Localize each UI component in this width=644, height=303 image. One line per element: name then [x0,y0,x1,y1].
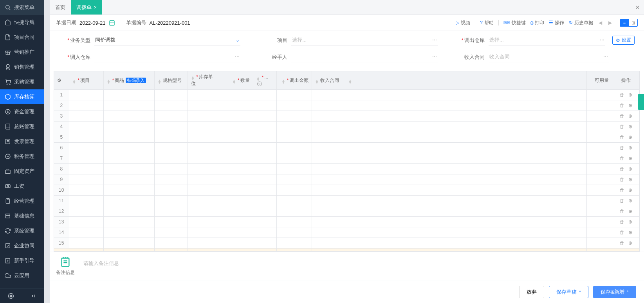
col-spec[interactable]: ▲▼规格型号 [154,71,188,90]
add-icon[interactable]: ⊕ [628,103,632,108]
delete-icon[interactable]: 🗑 [620,92,624,98]
biz-type-select[interactable]: 同价调拨 ⌄ [94,35,240,45]
handler-select[interactable]: ⋯ [291,52,437,62]
table-row[interactable]: 7🗑⊕ [54,153,640,164]
add-icon[interactable]: ⊕ [628,198,632,203]
add-icon[interactable]: ⊕ [628,177,632,182]
add-icon[interactable]: ⊕ [628,134,632,140]
col-unit[interactable]: ▲▼*库存单位 [188,71,221,90]
delete-icon[interactable]: 🗑 [620,145,624,151]
add-icon[interactable]: ⊕ [628,92,632,98]
delete-icon[interactable]: 🗑 [620,219,624,225]
settings-button[interactable]: ⚙设置 [612,36,635,45]
sidebar-item-5[interactable]: 采购管理 [0,74,44,89]
remark-input[interactable] [80,257,638,275]
sidebar-item-10[interactable]: 税务管理 [0,149,44,164]
add-icon[interactable]: ⊕ [628,166,632,172]
col-avail[interactable]: 可用量 [587,71,612,90]
add-icon[interactable]: ⊕ [628,124,632,129]
delete-icon[interactable]: 🗑 [620,166,624,172]
sidebar-item-16[interactable]: 企业协同 [0,238,44,253]
delete-icon[interactable]: 🗑 [620,103,624,108]
delete-icon[interactable]: 🗑 [620,209,624,214]
add-icon[interactable]: ⊕ [628,145,632,151]
sidebar-item-8[interactable]: 总账管理 [0,119,44,134]
delete-icon[interactable]: 🗑 [620,198,624,203]
table-row[interactable]: 2🗑⊕ [54,100,640,111]
add-icon[interactable]: ⊕ [628,230,632,235]
next-arrow[interactable]: ▶ [608,20,613,25]
view-list-button[interactable]: ≡ [620,19,629,26]
col-contract[interactable]: ▲▼收入合同 [312,71,345,90]
operate-button[interactable]: ☰操作 [549,20,564,26]
collapse-button[interactable] [22,289,45,303]
add-icon[interactable]: ⊕ [628,156,632,161]
table-row[interactable]: 1🗑⊕ [54,90,640,100]
col-config[interactable]: ⚙ [54,71,69,90]
history-button[interactable]: ↻历史单据 [569,20,593,26]
table-row[interactable]: 8🗑⊕ [54,164,640,174]
settings-button[interactable] [0,289,22,303]
col-price[interactable]: ▲▼*...? [253,71,276,90]
sidebar-item-18[interactable]: 云应用 [0,268,44,283]
video-button[interactable]: ▷视频 [456,20,470,26]
delete-icon[interactable]: 🗑 [620,134,624,140]
delete-icon[interactable]: 🗑 [620,230,624,235]
shortcut-button[interactable]: ⌨快捷键 [503,20,526,26]
sidebar-item-0[interactable]: 搜索菜单 [0,0,44,15]
delete-icon[interactable]: 🗑 [620,177,624,182]
out-wh-select[interactable]: 选择... ⋯ [489,35,605,45]
close-icon[interactable]: × [94,5,97,10]
col-qty[interactable]: ▲▼*数量 [221,71,253,90]
col-goods[interactable]: ▲▼*商品扫码录入 [103,71,154,90]
close-all-tabs[interactable]: × [631,4,644,11]
tab-home[interactable]: 首页 [50,0,71,15]
sidebar-item-11[interactable]: 固定资产 [0,164,44,179]
table-row[interactable]: 11🗑⊕ [54,196,640,206]
table-row[interactable]: 5🗑⊕ [54,132,640,143]
calendar-icon[interactable] [109,20,115,26]
sidebar-item-17[interactable]: 新手引导 [0,253,44,268]
table-row[interactable]: 6🗑⊕ [54,143,640,153]
sidebar-item-1[interactable]: 快捷导航 [0,15,44,30]
delete-icon[interactable]: 🗑 [620,113,624,119]
add-icon[interactable]: ⊕ [628,187,632,193]
income-contract-select[interactable]: 收入合同 ⋯ [489,52,609,62]
help-button[interactable]: ?帮助 [480,20,494,26]
doc-date-value[interactable]: 2022-09-21 [79,20,106,26]
table-scroll[interactable]: ⚙ ▲▼*项目 ▲▼*商品扫码录入 ▲▼规格型号 ▲▼*库存单位 ▲▼*数量 ▲… [54,71,640,252]
sidebar-item-14[interactable]: 基础信息 [0,209,44,223]
sidebar-scrollbar[interactable] [44,0,50,303]
right-edge-tab[interactable] [638,94,644,110]
table-row[interactable]: 13🗑⊕ [54,217,640,227]
print-button[interactable]: ⎙打印 [530,20,544,26]
sidebar-item-4[interactable]: 销售管理 [0,60,44,74]
prev-arrow[interactable]: ◀ [598,20,603,25]
discard-button[interactable]: 放弃 [519,286,544,298]
add-icon[interactable]: ⊕ [628,209,632,214]
table-row[interactable]: 15🗑⊕ [54,238,640,249]
in-wh-select[interactable]: ⋯ [94,52,240,62]
table-row[interactable]: 4🗑⊕ [54,122,640,132]
table-row[interactable]: 10🗑⊕ [54,185,640,196]
tab-allocation[interactable]: 调拨单 × [71,0,102,15]
sidebar-item-15[interactable]: 系统管理 [0,223,44,238]
sidebar-item-9[interactable]: 发票管理 [0,134,44,149]
sidebar-item-6[interactable]: 库存核算 [0,89,44,104]
table-row[interactable]: 12🗑⊕ [54,206,640,217]
scan-tag[interactable]: 扫码录入 [126,78,146,83]
table-row[interactable]: 3🗑⊕ [54,111,640,122]
col-project[interactable]: ▲▼*项目 [69,71,103,90]
delete-icon[interactable]: 🗑 [620,156,624,161]
delete-icon[interactable]: 🗑 [620,240,624,246]
save-new-button[interactable]: 保存&新增˄ [593,286,636,298]
sidebar-item-13[interactable]: 经营管理 [0,194,44,209]
table-row[interactable]: 9🗑⊕ [54,174,640,185]
add-icon[interactable]: ⊕ [628,113,632,119]
sidebar-item-2[interactable]: 项目合同 [0,30,44,45]
info-icon[interactable]: ? [257,82,262,86]
project-select[interactable]: 选择... ⋯ [291,35,437,45]
save-draft-button[interactable]: 保存草稿˄ [549,286,588,298]
sidebar-item-3[interactable]: 营销推广 [0,45,44,60]
col-amount[interactable]: ▲▼*调出金额 [276,71,312,90]
